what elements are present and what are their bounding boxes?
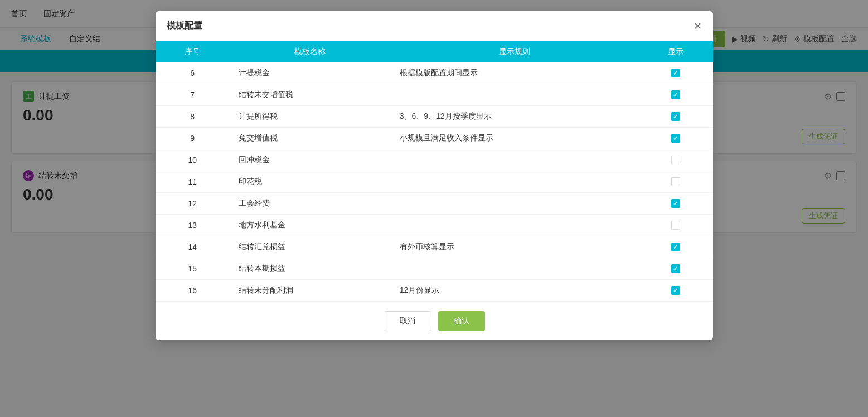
- cell-check-10: [638, 280, 712, 302]
- cell-id-0: 6: [156, 62, 230, 84]
- modal-title: 模板配置: [167, 20, 202, 32]
- cell-check-8: [638, 236, 712, 258]
- table-row: 14结转汇兑损益有外币核算显示: [156, 236, 713, 258]
- cell-check-4: [638, 149, 712, 171]
- confirm-button[interactable]: 确认: [438, 311, 485, 331]
- table-row: 7结转未交增值税: [156, 84, 713, 106]
- cell-check-6: [638, 193, 712, 215]
- cell-id-6: 12: [156, 193, 230, 215]
- cell-rule-8: 有外币核算显示: [391, 236, 638, 258]
- checkbox-row-7[interactable]: [671, 221, 680, 230]
- table-row: 9免交增值税小规模且满足收入条件显示: [156, 128, 713, 149]
- cell-rule-6: [391, 193, 638, 215]
- cell-check-9: [638, 258, 712, 280]
- cell-check-7: [638, 215, 712, 236]
- cell-id-10: 16: [156, 280, 230, 302]
- cell-name-7: 地方水利基金: [230, 215, 391, 236]
- col-header-show: 显示: [638, 41, 712, 62]
- cell-id-3: 9: [156, 128, 230, 149]
- table-row: 12工会经费: [156, 193, 713, 215]
- col-header-id: 序号: [156, 41, 230, 62]
- modal-header: 模板配置 ✕: [156, 11, 713, 41]
- cell-rule-2: 3、6、9、12月按季度显示: [391, 106, 638, 128]
- modal-footer: 取消 确认: [156, 302, 713, 340]
- cell-rule-5: [391, 171, 638, 193]
- cell-id-8: 14: [156, 236, 230, 258]
- col-header-name: 模板名称: [230, 41, 391, 62]
- cell-rule-9: [391, 258, 638, 280]
- col-header-rule: 显示规则: [391, 41, 638, 62]
- checkbox-row-2[interactable]: [671, 112, 680, 121]
- template-table: 序号 模板名称 显示规则 显示 6计提税金根据模版配置期间显示7结转未交增值税8…: [156, 41, 713, 302]
- cell-name-2: 计提所得税: [230, 106, 391, 128]
- table-row: 15结转本期损益: [156, 258, 713, 280]
- cell-name-9: 结转本期损益: [230, 258, 391, 280]
- cell-id-2: 8: [156, 106, 230, 128]
- cell-check-5: [638, 171, 712, 193]
- table-row: 13地方水利基金: [156, 215, 713, 236]
- table-row: 11印花税: [156, 171, 713, 193]
- cell-name-10: 结转未分配利润: [230, 280, 391, 302]
- table-header-row: 序号 模板名称 显示规则 显示: [156, 41, 713, 62]
- checkbox-row-0[interactable]: [671, 69, 680, 77]
- checkbox-row-6[interactable]: [671, 199, 680, 208]
- checkbox-row-8[interactable]: [671, 243, 680, 251]
- cell-rule-0: 根据模版配置期间显示: [391, 62, 638, 84]
- cell-id-5: 11: [156, 171, 230, 193]
- table-body: 6计提税金根据模版配置期间显示7结转未交增值税8计提所得税3、6、9、12月按季…: [156, 62, 713, 302]
- cell-id-7: 13: [156, 215, 230, 236]
- cell-id-4: 10: [156, 149, 230, 171]
- cell-name-8: 结转汇兑损益: [230, 236, 391, 258]
- cell-check-1: [638, 84, 712, 106]
- checkbox-row-5[interactable]: [671, 177, 680, 186]
- cancel-button[interactable]: 取消: [384, 311, 431, 331]
- checkbox-row-9[interactable]: [671, 264, 680, 273]
- cell-rule-10: 12月份显示: [391, 280, 638, 302]
- cell-rule-1: [391, 84, 638, 106]
- cell-check-2: [638, 106, 712, 128]
- cell-id-1: 7: [156, 84, 230, 106]
- modal-overlay: 模板配置 ✕ 序号 模板名称 显示规则 显示 6计提税金根据模版配置期间显示7结…: [0, 0, 868, 417]
- cell-name-0: 计提税金: [230, 62, 391, 84]
- cell-name-3: 免交增值税: [230, 128, 391, 149]
- checkbox-row-10[interactable]: [671, 286, 680, 295]
- table-row: 8计提所得税3、6、9、12月按季度显示: [156, 106, 713, 128]
- checkbox-row-3[interactable]: [671, 134, 680, 143]
- cell-rule-7: [391, 215, 638, 236]
- cell-id-9: 15: [156, 258, 230, 280]
- table-scroll-area[interactable]: 序号 模板名称 显示规则 显示 6计提税金根据模版配置期间显示7结转未交增值税8…: [156, 41, 713, 302]
- cell-name-6: 工会经费: [230, 193, 391, 215]
- cell-check-3: [638, 128, 712, 149]
- cell-name-1: 结转未交增值税: [230, 84, 391, 106]
- cell-check-0: [638, 62, 712, 84]
- cell-rule-4: [391, 149, 638, 171]
- cell-name-5: 印花税: [230, 171, 391, 193]
- table-row: 10回冲税金: [156, 149, 713, 171]
- cell-name-4: 回冲税金: [230, 149, 391, 171]
- checkbox-row-1[interactable]: [671, 90, 680, 99]
- checkbox-row-4[interactable]: [671, 156, 680, 164]
- template-config-modal: 模板配置 ✕ 序号 模板名称 显示规则 显示 6计提税金根据模版配置期间显示7结…: [156, 11, 713, 340]
- table-row: 6计提税金根据模版配置期间显示: [156, 62, 713, 84]
- modal-close-button[interactable]: ✕: [694, 21, 702, 31]
- cell-rule-3: 小规模且满足收入条件显示: [391, 128, 638, 149]
- table-row: 16结转未分配利润12月份显示: [156, 280, 713, 302]
